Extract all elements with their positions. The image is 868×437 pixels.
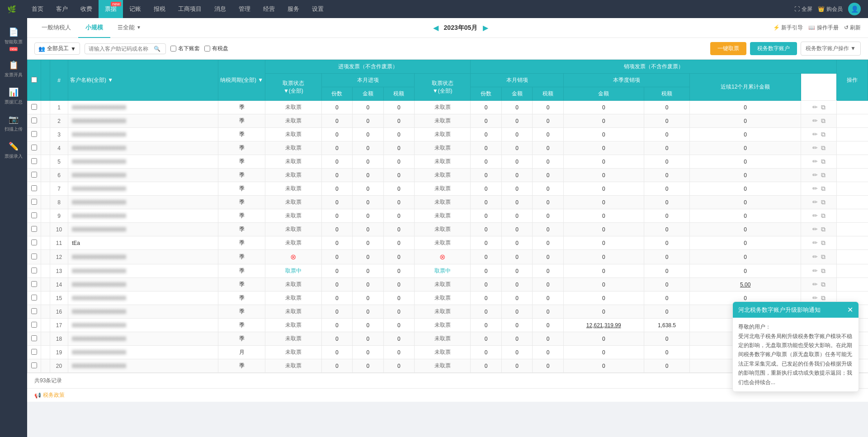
tax-account-btn[interactable]: 税务数字账户 <box>750 42 797 55</box>
nav-home[interactable]: 首页 <box>25 0 50 18</box>
sidebar-item-invoice-entry[interactable]: ✏️ 票据录入 <box>0 137 27 164</box>
copy-icon[interactable]: ⧉ <box>821 267 826 274</box>
row-in-status: 取票中 <box>265 264 321 278</box>
edit-icon[interactable]: ✏ <box>812 171 818 179</box>
row-in-amount: 0 <box>353 114 383 128</box>
row-checkbox[interactable] <box>31 172 37 178</box>
edit-icon[interactable]: ✏ <box>812 253 818 260</box>
one-click-fetch-btn[interactable]: 一键取票 <box>710 42 746 55</box>
edit-icon[interactable]: ✏ <box>812 281 818 288</box>
row-checkbox[interactable] <box>31 308 37 314</box>
nav-business[interactable]: 工商项目 <box>172 0 208 18</box>
edit-icon[interactable]: ✏ <box>812 185 818 192</box>
edit-icon[interactable]: ✏ <box>812 212 818 219</box>
row-checkbox[interactable] <box>31 145 37 150</box>
sidebar-item-invoice-open[interactable]: 📋 发票开具 <box>0 56 27 83</box>
row-checkbox[interactable] <box>31 322 37 328</box>
copy-icon[interactable]: ⧉ <box>821 198 826 206</box>
row-checkbox[interactable] <box>31 268 37 273</box>
employee-select[interactable]: 👥 全部员工 ▼ <box>34 42 80 55</box>
edit-icon[interactable]: ✏ <box>812 198 818 206</box>
sidebar-item-invoice-summary[interactable]: 📊 票据汇总 <box>0 83 27 110</box>
row-checkbox[interactable] <box>31 281 37 287</box>
row-checkbox[interactable] <box>31 104 37 110</box>
edit-icon[interactable]: ✏ <box>812 131 818 138</box>
edit-icon[interactable]: ✏ <box>812 117 818 124</box>
copy-icon[interactable]: ⧉ <box>821 185 826 192</box>
row-checkbox[interactable] <box>31 117 37 123</box>
checkbox-account-label[interactable]: 名下账套 <box>170 45 200 52</box>
edit-icon[interactable]: ✏ <box>812 103 818 111</box>
copy-icon[interactable]: ⧉ <box>821 212 826 219</box>
row-ytd: 0 <box>690 250 801 264</box>
next-month-btn[interactable]: ▶ <box>483 23 488 32</box>
refresh-btn[interactable]: ↺ 刷新 <box>844 24 861 32</box>
row-checkbox[interactable] <box>31 254 37 259</box>
member-btn[interactable]: 👑 购会员 <box>818 5 843 13</box>
in-status-badge: 未取票 <box>285 117 302 124</box>
row-checkbox[interactable] <box>31 158 37 164</box>
manual-btn[interactable]: 📖 操作手册 <box>808 24 838 32</box>
sidebar-item-scan-upload[interactable]: 📷 扫描上传 <box>0 110 27 137</box>
copy-icon[interactable]: ⧉ <box>821 294 826 301</box>
row-checkbox[interactable] <box>31 226 37 232</box>
tax-policy-link[interactable]: 税务政策 <box>43 391 65 399</box>
tab-small-scale[interactable]: 小规模 <box>78 18 110 38</box>
search-input[interactable] <box>89 46 152 52</box>
copy-icon[interactable]: ⧉ <box>821 158 826 165</box>
new-guide-btn[interactable]: ⚡ 新手引导 <box>773 24 803 32</box>
checkbox-taxdisk-label[interactable]: 有税盘 <box>204 45 228 52</box>
nav-operation[interactable]: 经营 <box>257 0 281 18</box>
table-settings-icon[interactable]: ⚙ <box>43 77 48 84</box>
copy-icon[interactable]: ⧉ <box>821 117 826 124</box>
row-checkbox[interactable] <box>31 335 37 341</box>
out-status-badge: 未取票 <box>434 131 451 137</box>
row-checkbox[interactable] <box>31 349 37 355</box>
nav-service[interactable]: 服务 <box>281 0 306 18</box>
row-checkbox[interactable] <box>31 131 37 137</box>
copy-icon[interactable]: ⧉ <box>821 144 826 151</box>
row-checkbox[interactable] <box>31 212 37 218</box>
copy-icon[interactable]: ⧉ <box>821 103 826 111</box>
row-checkbox[interactable] <box>31 199 37 205</box>
row-checkbox[interactable] <box>31 240 37 245</box>
row-cycle: 季 <box>218 141 265 155</box>
user-avatar[interactable]: 👤 <box>848 3 861 15</box>
prev-month-btn[interactable]: ◀ <box>433 23 439 32</box>
sidebar-item-smart-fetch[interactable]: 📄 智能取票 new <box>0 23 27 56</box>
row-checkbox[interactable] <box>31 362 37 368</box>
nav-fee[interactable]: 收费 <box>74 0 99 18</box>
nav-tax[interactable]: 报税 <box>147 0 172 18</box>
edit-icon[interactable]: ✏ <box>812 226 818 233</box>
checkbox-account[interactable] <box>170 46 176 52</box>
nav-message[interactable]: 消息 <box>208 0 232 18</box>
tab-all[interactable]: ☰ 全能 ▼ <box>110 18 148 38</box>
row-q-amount: 0 <box>563 332 644 346</box>
edit-icon[interactable]: ✏ <box>812 294 818 301</box>
copy-icon[interactable]: ⧉ <box>821 281 826 288</box>
tab-general-taxpayer[interactable]: 一般纳税人 <box>34 18 78 38</box>
nav-manage[interactable]: 管理 <box>232 0 257 18</box>
nav-customer[interactable]: 客户 <box>50 0 74 18</box>
copy-icon[interactable]: ⧉ <box>821 171 826 179</box>
nav-accounting[interactable]: 记账 <box>123 0 147 18</box>
table-row: 9 XXXXXXXXXXXXXXX 季 未取票 0 0 0 未取票 0 0 0 … <box>28 209 868 223</box>
nav-settings[interactable]: 设置 <box>306 0 330 18</box>
copy-icon[interactable]: ⧉ <box>821 226 826 233</box>
nav-invoice[interactable]: 票据 new <box>99 0 123 18</box>
edit-icon[interactable]: ✏ <box>812 239 818 246</box>
copy-icon[interactable]: ⧉ <box>821 239 826 246</box>
copy-icon[interactable]: ⧉ <box>821 131 826 138</box>
fullscreen-btn[interactable]: ⛶ 全屏 <box>794 5 812 13</box>
edit-icon[interactable]: ✏ <box>812 158 818 165</box>
copy-icon[interactable]: ⧉ <box>821 253 826 260</box>
notification-close-btn[interactable]: ✕ <box>847 305 853 314</box>
select-all-checkbox[interactable] <box>31 77 37 83</box>
checkbox-taxdisk[interactable] <box>204 46 210 52</box>
edit-icon[interactable]: ✏ <box>812 144 818 151</box>
row-checkbox[interactable] <box>31 185 37 191</box>
edit-icon[interactable]: ✏ <box>812 267 818 274</box>
row-checkbox[interactable] <box>31 295 37 301</box>
tax-account-operate-btn[interactable]: 税务数字账户操作 ▼ <box>801 42 861 56</box>
row-cycle: 季 <box>218 278 265 291</box>
